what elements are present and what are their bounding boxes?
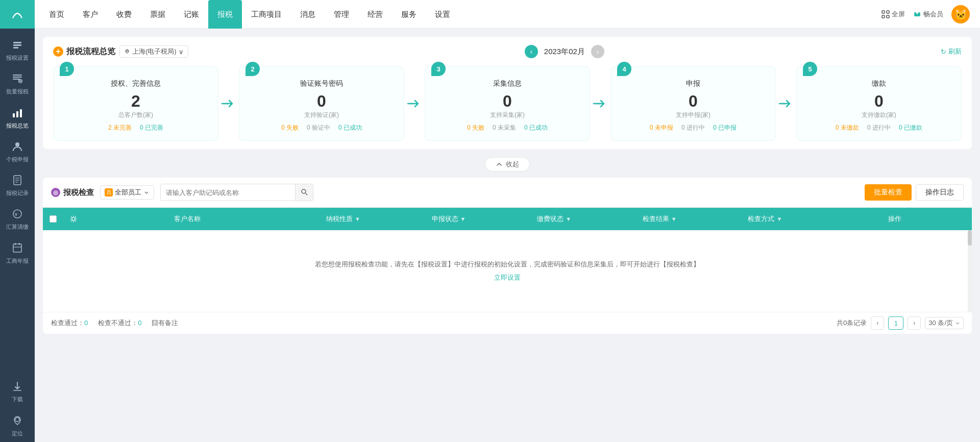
step5-stat-fail[interactable]: 0 未缴款 xyxy=(836,124,859,132)
nav-home[interactable]: 首页 xyxy=(40,0,74,29)
search-button[interactable] xyxy=(295,184,313,201)
sidebar-label-tax-settings: 报税设置 xyxy=(6,54,29,61)
tax-filter-icon[interactable]: ▼ xyxy=(355,216,360,222)
step2-stat-success[interactable]: 0 已成功 xyxy=(338,124,362,132)
staff-icon: 员 xyxy=(105,188,113,197)
step-stats-1: 2 未完善 0 已完善 xyxy=(62,124,210,132)
step-desc-2: 支持验证(家) xyxy=(248,111,396,119)
svg-text:¥: ¥ xyxy=(14,212,18,217)
step2-stat-processing[interactable]: 0 验证中 xyxy=(307,124,330,132)
svg-rect-9 xyxy=(13,47,18,48)
batch-check-button[interactable]: 批量检查 xyxy=(865,184,912,201)
next-month-btn[interactable]: › xyxy=(591,45,604,58)
step-num-2: 2 xyxy=(246,62,260,76)
flow-step-4: 4 申报 0 支持申报(家) 0 未申报 0 进行中 0 已申报 xyxy=(610,66,776,141)
step1-stat-fail[interactable]: 2 未完善 xyxy=(108,124,132,132)
step5-stat-processing[interactable]: 0 进行中 xyxy=(867,124,891,132)
step5-stat-success[interactable]: 0 已缴款 xyxy=(899,124,922,132)
sidebar-item-personal-tax[interactable]: 个税申报 xyxy=(0,134,35,168)
next-page-btn[interactable]: › xyxy=(908,316,921,330)
nav-client[interactable]: 客户 xyxy=(74,0,107,29)
nav-invoice[interactable]: 票据 xyxy=(141,0,175,29)
nav-tax[interactable]: 报税 xyxy=(208,0,242,29)
nav-settings[interactable]: 设置 xyxy=(426,0,459,29)
step-title-1: 授权、完善信息 xyxy=(62,79,210,88)
step-title-2: 验证账号密码 xyxy=(248,79,396,88)
collapse-button[interactable]: 收起 xyxy=(485,157,530,171)
collapse-label: 收起 xyxy=(506,160,519,169)
prev-month-btn[interactable]: ‹ xyxy=(525,45,538,58)
top-navigation: 首页 客户 收费 票据 记账 报税 工商项目 消息 管理 经营 服务 设置 全屏… xyxy=(0,0,980,29)
step3-stat-processing[interactable]: 0 未采集 xyxy=(493,124,516,132)
svg-rect-7 xyxy=(13,42,21,43)
svg-rect-11 xyxy=(13,77,22,78)
fail-count[interactable]: 0 xyxy=(138,319,141,327)
nav-management[interactable]: 管理 xyxy=(325,0,358,29)
empty-tip-text: 若您想使用报税检查功能，请先在【报税设置】中进行报税的初始化设置，完成密码验证和… xyxy=(315,258,700,271)
flow-overview-card: + 报税流程总览 上海(电子税局) ∨ ‹ 2023年02月 › ↻ 刷新 xyxy=(43,37,972,149)
location-tag[interactable]: 上海(电子税局) ∨ xyxy=(119,45,188,58)
sidebar-item-location[interactable]: 定位 xyxy=(0,408,35,442)
table-scrollbar[interactable] xyxy=(968,230,972,312)
col-declare: 申报状态 ▼ xyxy=(396,214,502,224)
step-count-3: 0 xyxy=(433,91,581,111)
sidebar-label-annual-settlement: 汇算清缴 xyxy=(6,223,29,230)
empty-tip: 若您想使用报税检查功能，请先在【报税设置】中进行报税的初始化设置，完成密码验证和… xyxy=(315,248,700,294)
nav-items: 首页 客户 收费 票据 记账 报税 工商项目 消息 管理 经营 服务 设置 xyxy=(35,0,881,29)
sidebar-item-tax-record[interactable]: 报税记录 xyxy=(0,168,35,202)
staff-select[interactable]: 员 全部员工 xyxy=(100,185,154,200)
check-title-icon: ◎ xyxy=(51,188,60,197)
table-footer: 检查通过：0 检查不通过：0 囧有备注 共0条记录 ‹ 1 › 30 条/页 xyxy=(43,312,972,334)
sidebar-label-tax-record: 报税记录 xyxy=(6,189,29,197)
step4-stat-processing[interactable]: 0 进行中 xyxy=(681,124,705,132)
result-filter-icon[interactable]: ▼ xyxy=(671,216,677,222)
sidebar-item-annual-settlement[interactable]: ¥ 汇算清缴 xyxy=(0,202,35,235)
check-header-actions: 批量检查 操作日志 xyxy=(865,184,964,201)
declare-filter-icon[interactable]: ▼ xyxy=(460,216,466,222)
step3-stat-success[interactable]: 0 已成功 xyxy=(524,124,548,132)
fullscreen-button[interactable]: 全屏 xyxy=(881,10,905,19)
month-navigation: ‹ 2023年02月 › xyxy=(525,45,604,58)
note-label: 囧有备注 xyxy=(152,318,178,328)
current-page: 1 xyxy=(888,316,903,330)
nav-operation[interactable]: 经营 xyxy=(358,0,392,29)
operation-log-button[interactable]: 操作日志 xyxy=(916,184,964,201)
current-month: 2023年02月 xyxy=(544,47,585,57)
sidebar-label-location: 定位 xyxy=(12,430,23,437)
step4-stat-fail[interactable]: 0 未申报 xyxy=(650,124,673,132)
page-size-select[interactable]: 30 条/页 xyxy=(925,317,964,329)
step4-stat-success[interactable]: 0 已申报 xyxy=(713,124,737,132)
pay-filter-icon[interactable]: ▼ xyxy=(566,216,571,222)
sidebar-item-tax-settings[interactable]: 报税设置 xyxy=(0,33,35,66)
footer-left: 检查通过：0 检查不通过：0 囧有备注 xyxy=(51,318,178,328)
app-logo[interactable] xyxy=(0,0,35,29)
vip-button[interactable]: 畅会员 xyxy=(913,10,943,19)
nav-message[interactable]: 消息 xyxy=(291,0,325,29)
sidebar-label-tax-overview: 报税总览 xyxy=(6,122,29,129)
avatar[interactable]: 🐱 xyxy=(951,5,970,23)
sidebar-item-download[interactable]: 下载 xyxy=(0,374,35,408)
step-num-1: 1 xyxy=(60,62,74,76)
prev-page-btn[interactable]: ‹ xyxy=(871,316,884,330)
search-input[interactable] xyxy=(161,186,295,200)
method-filter-icon[interactable]: ▼ xyxy=(776,216,782,222)
nav-fee[interactable]: 收费 xyxy=(107,0,141,29)
add-icon[interactable]: + xyxy=(53,46,63,57)
sidebar-item-batch-tax[interactable]: 批 批量报税 xyxy=(0,66,35,100)
nav-bookkeeping[interactable]: 记账 xyxy=(175,0,208,29)
page-size-label: 30 条/页 xyxy=(928,318,953,328)
nav-business[interactable]: 工商项目 xyxy=(242,0,291,29)
sidebar-item-annual-report[interactable]: 工商年报 xyxy=(0,236,35,269)
nav-service[interactable]: 服务 xyxy=(392,0,426,29)
refresh-button[interactable]: ↻ 刷新 xyxy=(941,47,962,56)
top-nav-right: 全屏 畅会员 🐱 xyxy=(881,5,980,23)
sidebar-item-tax-overview[interactable]: 报税总览 xyxy=(0,101,35,134)
step2-stat-fail[interactable]: 0 失败 xyxy=(281,124,299,132)
setup-link[interactable]: 立即设置 xyxy=(315,271,700,284)
step3-stat-fail[interactable]: 0 失败 xyxy=(467,124,484,132)
step-desc-5: 支持缴款(家) xyxy=(805,111,953,119)
step1-stat-success[interactable]: 0 已完善 xyxy=(140,124,163,132)
header-checkbox[interactable] xyxy=(50,215,57,223)
fail-label: 检查不通过：0 xyxy=(98,318,141,328)
pass-count[interactable]: 0 xyxy=(84,319,88,327)
